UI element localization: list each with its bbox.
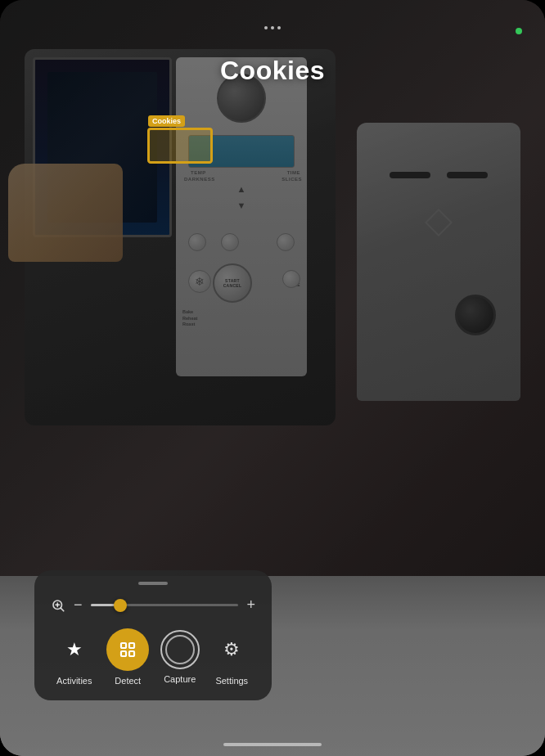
drag-handle[interactable]: [138, 582, 168, 585]
app-container: Bagel Toast Pizza TEMP DARKNESS TIME SLI…: [0, 0, 545, 756]
detect-button[interactable]: Detect: [106, 628, 149, 686]
zoom-minus-label[interactable]: −: [74, 596, 83, 614]
detection-box-label: Cookies: [148, 115, 185, 127]
capture-label: Capture: [164, 674, 196, 684]
settings-button[interactable]: ⚙ Settings: [210, 628, 253, 686]
settings-label: Settings: [215, 676, 248, 686]
status-green-dot: [516, 28, 522, 34]
activities-label: Activities: [56, 676, 92, 686]
settings-icon-circle: ⚙: [210, 628, 253, 671]
zoom-slider-track[interactable]: [91, 604, 239, 606]
detect-label: Detect: [115, 676, 141, 686]
detection-title: Cookies: [0, 56, 545, 86]
zoom-slider-row: − +: [47, 596, 259, 614]
svg-rect-5: [129, 643, 134, 648]
gear-icon: ⚙: [223, 639, 240, 660]
zoom-plus-label[interactable]: +: [246, 596, 255, 614]
svg-rect-4: [121, 643, 126, 648]
zoom-slider-thumb[interactable]: [114, 599, 127, 612]
home-indicator: [223, 743, 322, 746]
svg-rect-6: [121, 651, 126, 656]
activities-icon-circle: ★: [53, 628, 96, 671]
actions-row: ★ Activities Detect: [47, 628, 259, 686]
detect-scan-icon: [117, 639, 138, 660]
dot-1: [264, 26, 268, 29]
activities-button[interactable]: ★ Activities: [53, 628, 96, 686]
detect-icon-circle: [106, 628, 149, 671]
dot-3: [277, 26, 281, 29]
top-dots: [264, 26, 281, 29]
capture-icon-inner: [165, 635, 195, 664]
capture-icon-outer: [160, 630, 200, 669]
star-icon: ★: [66, 639, 83, 660]
bottom-toolbar-panel: − + ★ Activities: [34, 570, 272, 700]
svg-rect-7: [129, 651, 134, 656]
svg-line-1: [61, 608, 63, 610]
zoom-in-icon: [51, 598, 65, 613]
dot-2: [271, 26, 274, 29]
detection-box: Cookies: [147, 128, 213, 164]
capture-button[interactable]: Capture: [160, 630, 200, 684]
